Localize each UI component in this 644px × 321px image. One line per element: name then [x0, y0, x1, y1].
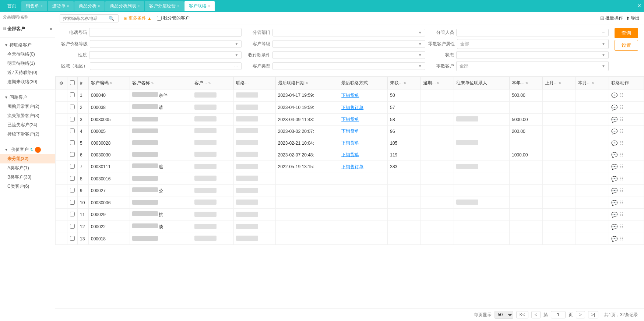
col-contact[interactable]: 联络...: [234, 77, 275, 89]
row-checkbox[interactable]: [70, 188, 75, 193]
row-checkbox-cell[interactable]: [67, 233, 78, 245]
row-checkbox[interactable]: [70, 236, 75, 241]
tab-customer-contact-close[interactable]: ×: [208, 4, 210, 8]
row-chat-icon[interactable]: 💬: [611, 164, 617, 170]
row-checkbox[interactable]: [70, 92, 75, 97]
sidebar-pending-group[interactable]: ▼ 待联络客户: [0, 40, 55, 50]
row-last-method-cell[interactable]: 下销货单: [339, 137, 388, 149]
tab-home[interactable]: 首页: [3, 1, 21, 11]
sidebar-item-abnormal[interactable]: 囤购异常客户(2): [0, 102, 55, 111]
row-chat-icon[interactable]: 💬: [611, 224, 617, 230]
row-last-method-cell[interactable]: 下销货单: [339, 114, 388, 126]
last-method-link[interactable]: 下销货单: [341, 117, 359, 122]
filter-person-select[interactable]: ···: [456, 29, 609, 36]
tab-customer-contact[interactable]: 客户联络 ×: [184, 1, 215, 11]
last-method-link[interactable]: 下销货单: [341, 128, 359, 134]
col-contacts-person[interactable]: 往来单位联系人: [454, 77, 510, 89]
row-chat-icon[interactable]: 💬: [611, 212, 617, 218]
row-checkbox-cell[interactable]: [67, 185, 78, 197]
row-checkbox-cell[interactable]: [67, 197, 78, 209]
row-last-method-cell[interactable]: [339, 233, 388, 245]
filter-customer-level-select[interactable]: ▼: [272, 40, 425, 48]
my-customers-check[interactable]: [157, 16, 162, 21]
filter-retail-attr-select[interactable]: 全部 ▼: [457, 39, 609, 49]
row-checkbox-cell[interactable]: [67, 126, 78, 137]
query-button[interactable]: 查询: [615, 28, 638, 38]
col-settings[interactable]: ⚙: [56, 77, 67, 89]
row-grid-icon[interactable]: ⠿: [620, 128, 623, 134]
sidebar-value-group[interactable]: ▼ 价值客户 ↻: [0, 145, 55, 154]
last-method-link[interactable]: 下销货单: [341, 93, 359, 98]
my-customers-checkbox[interactable]: 我分管的客户: [157, 15, 190, 21]
row-checkbox-cell[interactable]: [67, 221, 78, 233]
col-this-year[interactable]: 本年...⇅: [509, 77, 542, 89]
row-grid-icon[interactable]: ⠿: [620, 140, 623, 146]
last-method-link[interactable]: 下销售订单: [341, 164, 363, 169]
row-checkbox[interactable]: [70, 212, 75, 216]
row-checkbox[interactable]: [70, 105, 75, 109]
row-grid-icon[interactable]: ⠿: [620, 188, 623, 194]
row-grid-icon[interactable]: ⠿: [620, 212, 623, 218]
next-page-button[interactable]: >: [576, 311, 585, 318]
page-input[interactable]: [551, 311, 566, 318]
row-last-method-cell[interactable]: [339, 185, 388, 197]
last-method-link[interactable]: 下销货单: [341, 140, 359, 145]
filter-phone-input[interactable]: [89, 28, 242, 37]
sidebar-all-customers[interactable]: ⠿ 全部客户 «: [0, 24, 55, 34]
sidebar-item-class-c[interactable]: C类客户(6): [0, 182, 55, 191]
row-grid-icon[interactable]: ⠿: [620, 164, 623, 170]
sidebar-item-declining[interactable]: 持续下滑客户(2): [0, 130, 55, 139]
row-chat-icon[interactable]: 💬: [611, 152, 617, 158]
tab-goods-list-close[interactable]: ×: [138, 4, 140, 8]
row-checkbox[interactable]: [70, 200, 75, 205]
sidebar-problem-group[interactable]: ▼ 问题客户: [0, 93, 55, 102]
sidebar-search-input[interactable]: [3, 15, 54, 19]
filter-retail-select[interactable]: 全部 ▼: [456, 61, 609, 71]
row-checkbox[interactable]: [70, 176, 75, 181]
per-page-select[interactable]: 50 100 200: [495, 311, 513, 319]
tab-goods-analysis-close[interactable]: ×: [98, 4, 100, 8]
row-chat-icon[interactable]: 💬: [611, 128, 617, 134]
row-grid-icon[interactable]: ⠿: [620, 117, 623, 123]
sidebar-item-ungrouped[interactable]: 未分组(32): [0, 154, 55, 163]
first-page-button[interactable]: K<: [516, 311, 528, 318]
row-grid-icon[interactable]: ⠿: [620, 236, 623, 242]
col-last-month[interactable]: 上月...⇅: [543, 77, 576, 89]
row-checkbox[interactable]: [70, 140, 75, 145]
row-grid-icon[interactable]: ⠿: [620, 92, 623, 98]
tab-purchase[interactable]: 进货单 ×: [48, 1, 74, 11]
row-checkbox[interactable]: [70, 152, 75, 157]
row-grid-icon[interactable]: ⠿: [620, 224, 623, 230]
sidebar-item-class-b[interactable]: B类客户(33): [0, 173, 55, 182]
value-refresh-icon[interactable]: ↻: [30, 147, 34, 152]
row-checkbox-cell[interactable]: [67, 173, 78, 185]
filter-region-select[interactable]: ···: [90, 62, 242, 70]
col-checkbox[interactable]: [67, 77, 78, 89]
batch-ops-button[interactable]: ☑ 批量操作: [600, 15, 623, 21]
col-overdue[interactable]: 逾期...⇅: [421, 77, 454, 89]
search-input[interactable]: [63, 16, 107, 21]
row-last-method-cell[interactable]: 下销售订单: [339, 102, 388, 114]
tab-goods-analysis[interactable]: 商品分析 ×: [74, 1, 105, 11]
filter-nature-select[interactable]: ▼: [89, 51, 242, 59]
row-chat-icon[interactable]: 💬: [611, 236, 617, 242]
filter-payment-select[interactable]: ▼: [272, 51, 425, 59]
sidebar-item-churned[interactable]: 已流失客户(24): [0, 120, 55, 130]
window-close-button[interactable]: ×: [638, 3, 641, 9]
last-method-link[interactable]: 下销货单: [341, 152, 359, 157]
row-chat-icon[interactable]: 💬: [611, 200, 617, 206]
row-last-method-cell[interactable]: [339, 197, 388, 209]
tab-goods-list[interactable]: 商品分析列表 ×: [105, 1, 144, 11]
row-chat-icon[interactable]: 💬: [611, 176, 617, 182]
row-checkbox[interactable]: [70, 128, 75, 133]
row-checkbox-cell[interactable]: [67, 161, 78, 173]
row-last-method-cell[interactable]: [339, 209, 388, 221]
filter-customer-type-select[interactable]: ▼: [272, 62, 425, 70]
reset-button[interactable]: 设置: [615, 40, 638, 51]
row-checkbox-cell[interactable]: [67, 114, 78, 126]
row-checkbox-cell[interactable]: [67, 149, 78, 161]
col-last-date[interactable]: 最后联络日期⇅: [275, 77, 339, 89]
col-type[interactable]: 客户...⇅: [192, 77, 234, 89]
sidebar-item-churn-warning[interactable]: 流失预警客户(3): [0, 111, 55, 120]
col-uncontacted[interactable]: 未联...⇅: [388, 77, 421, 89]
